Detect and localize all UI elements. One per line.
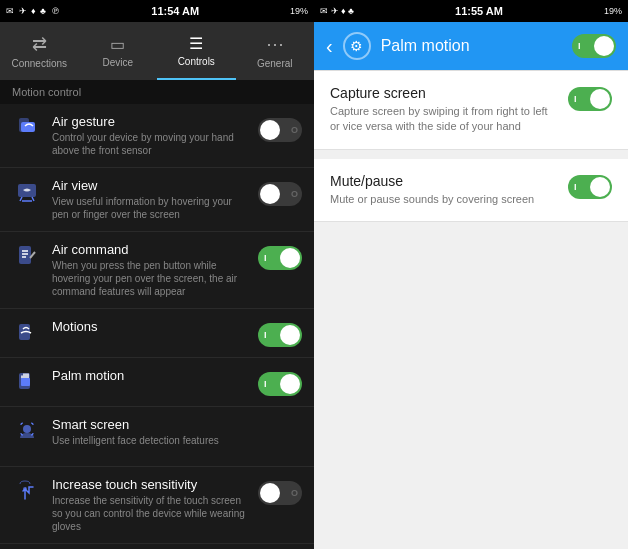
svg-point-11 <box>23 487 27 491</box>
smart-screen-desc: Use intelligent face detection features <box>52 434 302 447</box>
setting-palm-motion[interactable]: Palm motion I <box>0 358 314 407</box>
capture-screen-title: Capture screen <box>330 85 558 101</box>
touch-sensitivity-desc: Increase the sensitivity of the touch sc… <box>52 494 248 533</box>
palm-motion-icon <box>12 370 42 394</box>
tab-general[interactable]: ⋯ General <box>236 22 315 80</box>
tab-device[interactable]: ▭ Device <box>79 22 158 80</box>
right-settings-list: Capture screen Capture screen by swiping… <box>314 70 628 549</box>
mute-pause-content: Mute/pause Mute or pause sounds by cover… <box>330 173 558 207</box>
touch-sensitivity-content: Increase touch sensitivity Increase the … <box>52 477 248 533</box>
right-status-icons: ✉ ✈ ♦ ♣ <box>320 6 354 16</box>
tab-connections-label: Connections <box>11 58 67 69</box>
device-icon: ▭ <box>110 35 125 54</box>
right-battery: 19% <box>604 6 622 16</box>
smart-screen-icon <box>12 419 42 443</box>
air-view-content: Air view View useful information by hove… <box>52 178 248 221</box>
right-setting-mute-pause[interactable]: Mute/pause Mute or pause sounds by cover… <box>314 159 628 222</box>
connections-icon: ⇄ <box>32 33 47 55</box>
back-button[interactable]: ‹ <box>326 35 333 58</box>
air-view-toggle[interactable]: O <box>258 182 302 206</box>
general-icon: ⋯ <box>266 33 284 55</box>
motions-icon <box>12 321 42 345</box>
motions-title: Motions <box>52 319 248 334</box>
smart-screen-title: Smart screen <box>52 417 302 432</box>
palm-motion-title: Palm motion <box>52 368 248 383</box>
right-status-bar: ✉ ✈ ♦ ♣ 11:55 AM 19% <box>314 0 628 22</box>
touch-sensitivity-icon <box>12 479 42 503</box>
palm-motion-content: Palm motion <box>52 368 248 383</box>
setting-smart-screen[interactable]: Smart screen Use intelligent face detect… <box>0 407 314 467</box>
left-time: 11:54 AM <box>151 5 199 17</box>
right-header: ‹ ⚙ Palm motion I <box>314 22 628 70</box>
capture-screen-content: Capture screen Capture screen by swiping… <box>330 85 558 135</box>
nav-tabs: ⇄ Connections ▭ Device ☰ Controls ⋯ Gene… <box>0 22 314 80</box>
palm-motion-main-toggle[interactable]: I <box>572 34 616 58</box>
air-command-content: Air command When you press the pen butto… <box>52 242 248 298</box>
setting-touch-sensitivity[interactable]: Increase touch sensitivity Increase the … <box>0 467 314 544</box>
right-header-title: Palm motion <box>381 37 562 55</box>
controls-icon: ☰ <box>189 34 203 53</box>
touch-sensitivity-title: Increase touch sensitivity <box>52 477 248 492</box>
setting-air-view[interactable]: Air view View useful information by hove… <box>0 168 314 232</box>
left-panel: ✉ ✈ ♦ ♣ ℗ 11:54 AM 19% ⇄ Connections ▭ D… <box>0 0 314 549</box>
air-view-title: Air view <box>52 178 248 193</box>
right-panel: ✉ ✈ ♦ ♣ 11:55 AM 19% ‹ ⚙ Palm motion I C… <box>314 0 628 549</box>
battery-pct: 19% <box>290 6 308 16</box>
air-command-toggle[interactable]: I <box>258 246 302 270</box>
tab-device-label: Device <box>102 57 133 68</box>
air-gesture-content: Air gesture Control your device by movin… <box>52 114 248 157</box>
section-header: Motion control <box>0 80 314 104</box>
air-gesture-toggle[interactable]: O <box>258 118 302 142</box>
air-command-desc: When you press the pen button while hove… <box>52 259 248 298</box>
air-view-desc: View useful information by hovering your… <box>52 195 248 221</box>
palm-motion-toggle[interactable]: I <box>258 372 302 396</box>
svg-rect-9 <box>21 378 30 386</box>
motions-toggle[interactable]: I <box>258 323 302 347</box>
right-setting-capture-screen[interactable]: Capture screen Capture screen by swiping… <box>314 71 628 150</box>
tab-controls[interactable]: ☰ Controls <box>157 22 236 80</box>
svg-point-10 <box>23 425 31 433</box>
setting-motions[interactable]: Motions I <box>0 309 314 358</box>
air-command-title: Air command <box>52 242 248 257</box>
tab-connections[interactable]: ⇄ Connections <box>0 22 79 80</box>
air-gesture-title: Air gesture <box>52 114 248 129</box>
motions-content: Motions <box>52 319 248 334</box>
gear-icon: ⚙ <box>350 38 363 54</box>
settings-list: Air gesture Control your device by movin… <box>0 104 314 549</box>
tab-controls-label: Controls <box>178 56 215 67</box>
setting-air-command[interactable]: Air command When you press the pen butto… <box>0 232 314 309</box>
air-gesture-desc: Control your device by moving your hand … <box>52 131 248 157</box>
capture-screen-desc: Capture screen by swiping it from right … <box>330 104 558 135</box>
right-time: 11:55 AM <box>455 5 503 17</box>
smart-screen-content: Smart screen Use intelligent face detect… <box>52 417 302 447</box>
setting-air-gesture[interactable]: Air gesture Control your device by movin… <box>0 104 314 168</box>
status-icons-right: 19% <box>290 6 308 16</box>
mute-pause-title: Mute/pause <box>330 173 558 189</box>
air-command-icon <box>12 244 42 268</box>
air-gesture-icon <box>12 116 42 140</box>
notification-icons: ✉ ✈ ♦ ♣ ℗ <box>6 6 61 16</box>
touch-sensitivity-toggle[interactable]: O <box>258 481 302 505</box>
status-icons-left: ✉ ✈ ♦ ♣ ℗ <box>6 6 61 16</box>
mute-pause-desc: Mute or pause sounds by covering screen <box>330 192 558 207</box>
tab-general-label: General <box>257 58 293 69</box>
left-status-bar: ✉ ✈ ♦ ♣ ℗ 11:54 AM 19% <box>0 0 314 22</box>
mute-pause-toggle[interactable]: I <box>568 175 612 199</box>
capture-screen-toggle[interactable]: I <box>568 87 612 111</box>
air-view-icon <box>12 180 42 204</box>
svg-rect-3 <box>19 246 31 264</box>
palm-motion-header-icon: ⚙ <box>343 32 371 60</box>
